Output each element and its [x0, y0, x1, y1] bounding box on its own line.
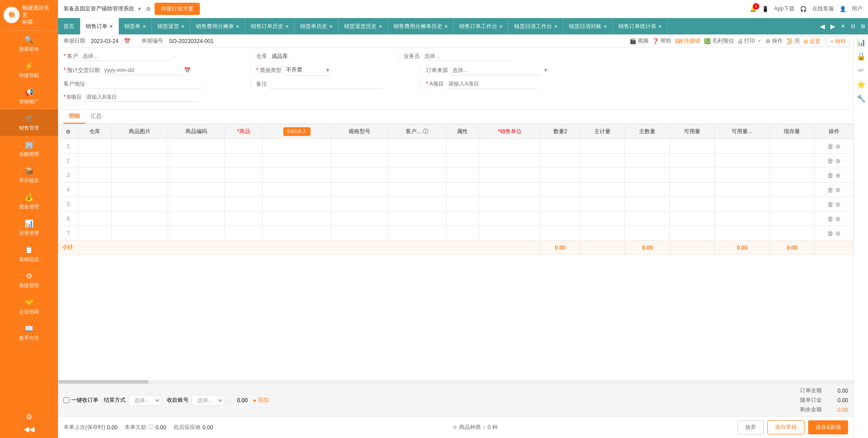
row-delete-icon[interactable]: 🗑 [827, 143, 834, 150]
tab-fullscreen-icon[interactable]: ⊞ [858, 23, 868, 29]
one-click-order-checkbox[interactable]: 一键收订单 [63, 396, 98, 404]
view-btn[interactable]: 🎬 视频 [630, 37, 649, 45]
shortcut-btn[interactable]: ⌨ 快捷键 [675, 37, 700, 45]
row-copy-icon[interactable]: ⊕ [835, 143, 841, 150]
tab-stats[interactable]: 销售订单统计表 ✕ [613, 18, 668, 34]
col-scan[interactable]: 扫码录入 [262, 125, 331, 139]
scan-button[interactable]: 扫码录入 [283, 127, 310, 136]
sidebar-item-finance[interactable]: 💰 资金管理 [0, 188, 58, 215]
row-copy-icon[interactable]: ⊕ [835, 201, 841, 208]
print-btn[interactable]: 🖨 打印 ▼ [737, 37, 762, 45]
tab-close-icon[interactable]: ✕ [285, 24, 289, 29]
row-copy-icon[interactable]: ⊕ [835, 230, 841, 237]
scroll-thumb[interactable] [58, 380, 149, 384]
tab-daily-clear[interactable]: 钱货日清工作台 ✕ [509, 18, 563, 34]
tab-close-icon[interactable]: ✕ [329, 24, 333, 29]
customer-address-input[interactable] [88, 79, 201, 89]
tab-sales-expense[interactable]: 销售费用分摊单 ✕ [190, 18, 245, 34]
tab-close-icon[interactable]: ✕ [499, 24, 503, 29]
b-project-input[interactable] [84, 92, 198, 102]
topbar-settings-icon[interactable]: ⚙ [146, 6, 151, 12]
sidebar-item-sales[interactable]: 🛒 销售管理 [0, 110, 58, 136]
tab-close-icon[interactable]: ✕ [109, 24, 113, 29]
row-delete-icon[interactable]: 🗑 [827, 172, 834, 179]
row-delete-icon[interactable]: 🗑 [827, 157, 834, 164]
sidebar-item-system[interactable]: ⚙ 系统管理 [0, 267, 58, 294]
tab-close-icon[interactable]: ✕ [603, 24, 607, 29]
delivery-date-input[interactable] [102, 66, 184, 75]
payment-method-select[interactable]: 选择... [128, 395, 161, 406]
tab-daily-reconcile[interactable]: 钱货日清对账 ✕ [563, 18, 613, 34]
sidebar-item-operations[interactable]: 📊 经营管理 [0, 215, 58, 241]
tab-expense-history[interactable]: 销售费用分摊单历史 ✕ [388, 18, 454, 34]
row-delete-icon[interactable]: 🗑 [827, 230, 834, 237]
solution-button[interactable]: 体验行业方案 [155, 3, 200, 15]
tab-sales-return[interactable]: 销货退货 ✕ [152, 18, 190, 34]
profit-btn[interactable]: 💹 毛利预估 [704, 37, 734, 45]
notification-badge[interactable]: 🔔 9 [750, 6, 756, 12]
sidebar-settings-icon[interactable]: ⚙ [26, 413, 32, 421]
sidebar-item-guide[interactable]: 📖 新手引导 [0, 320, 58, 346]
delivery-calendar-icon[interactable]: 📅 [184, 67, 191, 73]
discard-button[interactable]: 放弃 [737, 420, 764, 434]
save-draft-button[interactable]: 保存草稿 [767, 420, 805, 434]
operation-btn[interactable]: ⚙ 操作 [766, 37, 783, 45]
a-project-input[interactable] [446, 79, 537, 89]
tab-close-icon[interactable]: ✕ [181, 24, 184, 29]
sidebar-collapse-icon[interactable]: ◀◀ [24, 425, 34, 433]
tab-close-icon[interactable]: ✕ [142, 24, 146, 29]
horizontal-scrollbar[interactable] [58, 380, 853, 384]
tab-detail[interactable]: 明细 [63, 110, 85, 124]
order-source-input[interactable] [451, 66, 541, 75]
tab-sales-bill[interactable]: 销货单 ✕ [119, 18, 152, 34]
help-btn[interactable]: ❓ 帮助 [652, 37, 671, 45]
row-copy-icon[interactable]: ⊕ [835, 215, 841, 222]
sidebar-item-basic[interactable]: 📋 基础信息 [0, 241, 58, 267]
tab-bill-history[interactable]: 销货单历史 ✕ [295, 18, 339, 34]
panel-tool-icon[interactable]: 🔧 [857, 94, 866, 103]
tab-return-history[interactable]: 销货退货历史 ✕ [339, 18, 388, 34]
tab-close-icon[interactable]: ✕ [554, 24, 558, 29]
invoice-type-select[interactable]: 不开票 ▼ [284, 65, 332, 76]
tab-sales-order[interactable]: 销售订单 ✕ [80, 18, 119, 34]
sidebar-item-purchase[interactable]: 🏢 采购管理 [0, 136, 58, 162]
tab-close-icon[interactable]: ✕ [658, 24, 662, 29]
customer-input[interactable] [81, 52, 171, 61]
tab-layout-icon[interactable]: ⊟ [848, 23, 858, 29]
tab-close-icon[interactable]: ✕ [236, 24, 239, 29]
account-select[interactable]: 选择... [191, 395, 224, 406]
notes-input[interactable] [270, 79, 383, 89]
one-click-checkbox[interactable] [63, 397, 69, 403]
row-copy-icon[interactable]: ⊕ [835, 172, 841, 179]
sidebar-item-search[interactable]: 🔍 搜索菜单 [0, 31, 58, 57]
tab-next-icon[interactable]: ▶ [828, 23, 838, 30]
col-settings[interactable]: ⚙ [58, 125, 78, 139]
panel-lock-icon[interactable]: 🔒 [857, 52, 866, 61]
sidebar-item-quicknav[interactable]: ⚡ 快捷导航 [0, 57, 58, 83]
tab-workbench[interactable]: 销售订单工作台 ✕ [454, 18, 509, 34]
sidebar-item-inventory[interactable]: 📦 库存核算 [0, 162, 58, 188]
tab-close-icon[interactable]: ✕ [378, 24, 382, 29]
panel-chart-icon[interactable]: 📊 [857, 38, 866, 47]
settings-float-btn[interactable]: ⚙ 设置 [799, 36, 824, 47]
tab-close-icon[interactable]: ✕ [444, 24, 448, 29]
calendar-icon[interactable]: 📅 [124, 38, 131, 44]
row-delete-icon[interactable]: 🗑 [827, 215, 834, 222]
sidebar-item-marketing[interactable]: 📢 营销推广 [0, 83, 58, 110]
panel-star-icon[interactable]: ⭐ [857, 80, 866, 89]
tab-summary[interactable]: 汇总 [85, 110, 107, 124]
row-copy-icon[interactable]: ⊕ [835, 157, 841, 164]
salesperson-input[interactable] [422, 52, 513, 61]
panel-edit-icon[interactable]: ✏ [858, 66, 864, 75]
add-btn[interactable]: ● 添加 [253, 396, 268, 404]
row-delete-icon[interactable]: 🗑 [827, 186, 834, 193]
tab-more-icon[interactable]: ✕ [838, 23, 848, 29]
save-new-button[interactable]: 保存&新增 [808, 420, 848, 434]
tab-order-history[interactable]: 销售订单历史 ✕ [245, 18, 295, 34]
tab-home[interactable]: 首页 [58, 18, 80, 34]
row-copy-icon[interactable]: ⊕ [835, 186, 841, 193]
sidebar-item-collab[interactable]: 🤝 企业协同 [0, 294, 58, 320]
tab-prev-icon[interactable]: ◀ [817, 23, 828, 30]
add-item-btn[interactable]: + 物料 [826, 36, 850, 47]
row-delete-icon[interactable]: 🗑 [827, 201, 834, 208]
